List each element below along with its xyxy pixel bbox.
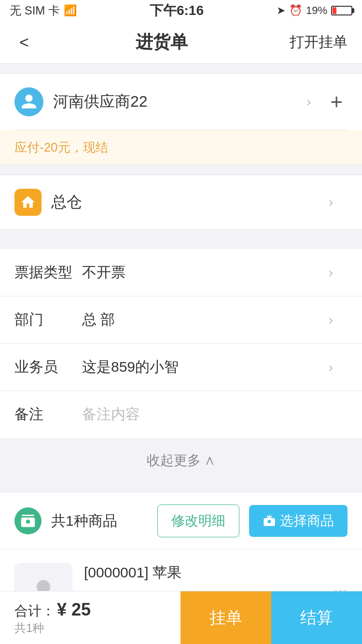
total-sub: 共1种	[14, 620, 166, 636]
salesperson-chevron-icon: ›	[329, 360, 333, 375]
remark-value: 备注内容	[82, 405, 348, 424]
product-icon-bg	[14, 507, 42, 534]
supplier-row[interactable]: 河南供应商22 › +	[0, 74, 362, 130]
supplier-notice: 应付-20元，现结	[0, 130, 362, 165]
warehouse-chevron-icon: ›	[329, 195, 333, 210]
settle-button[interactable]: 结算	[271, 591, 362, 644]
battery-text: 19%	[306, 4, 327, 17]
salesperson-value: 这是859的小智	[82, 357, 329, 377]
warehouse-row[interactable]: 总仓 ›	[0, 175, 362, 230]
department-chevron-icon: ›	[329, 312, 333, 328]
ticket-type-label: 票据类型	[14, 263, 82, 282]
back-button[interactable]: <	[14, 28, 34, 56]
total-amount: ¥ 25	[57, 600, 91, 620]
bottom-total: 合计： ¥ 25 共1种	[0, 591, 181, 644]
carrier-text: 无 SIM 卡	[10, 3, 60, 18]
department-row[interactable]: 部门 总 部 ›	[0, 296, 362, 344]
salesperson-row[interactable]: 业务员 这是859的小智 ›	[0, 344, 362, 391]
supplier-chevron-icon: ›	[306, 94, 311, 110]
product-code: [0000001] 苹果	[84, 564, 181, 580]
select-product-icon	[263, 514, 276, 528]
divider-3	[0, 483, 362, 493]
salesperson-label: 业务员	[14, 357, 82, 377]
collapse-button[interactable]: 收起更多 ∧	[0, 438, 362, 483]
open-hang-button[interactable]: 打开挂单	[290, 32, 348, 52]
select-product-label: 选择商品	[280, 512, 334, 530]
divider-1	[0, 165, 362, 175]
department-value: 总 部	[82, 310, 329, 330]
supplier-name: 河南供应商22	[53, 91, 306, 112]
product-count: 共1种商品	[51, 511, 148, 531]
nav-bar: < 进货单 打开挂单	[0, 21, 362, 64]
status-carrier: 无 SIM 卡 📶	[10, 3, 77, 18]
status-bar: 无 SIM 卡 📶 下午6:16 ➤ ⏰ 19%	[0, 0, 362, 21]
location-icon: ➤	[277, 4, 285, 17]
product-header: 共1种商品 修改明细 选择商品	[0, 493, 362, 549]
status-right: ➤ ⏰ 19%	[277, 4, 352, 17]
ticket-type-row[interactable]: 票据类型 不开票 ›	[0, 249, 362, 296]
remark-label: 备注	[14, 405, 82, 424]
ticket-type-value: 不开票	[82, 263, 329, 282]
supplier-section: 河南供应商22 › + 应付-20元，现结	[0, 73, 362, 165]
divider-2	[0, 230, 362, 239]
collapse-label: 收起更多 ∧	[147, 451, 216, 470]
wifi-icon: 📶	[64, 4, 77, 17]
warehouse-icon	[20, 194, 36, 210]
supplier-avatar	[14, 87, 43, 116]
remark-row[interactable]: 备注 备注内容	[0, 391, 362, 438]
ticket-type-chevron-icon: ›	[329, 265, 333, 280]
warehouse-icon-bg	[14, 189, 42, 216]
form-section: 票据类型 不开票 › 部门 总 部 › 业务员 这是859的小智 › 备注 备注…	[0, 249, 362, 438]
warehouse-name: 总仓	[51, 192, 329, 213]
status-time: 下午6:16	[150, 1, 204, 20]
divider-top	[0, 64, 362, 73]
total-label: 合计：	[14, 602, 55, 620]
bottom-bar: 合计： ¥ 25 共1种 挂单 结算	[0, 591, 362, 644]
add-button[interactable]: +	[325, 90, 348, 114]
product-icon	[20, 513, 36, 529]
select-product-button[interactable]: 选择商品	[249, 505, 348, 537]
hang-button[interactable]: 挂单	[181, 591, 271, 644]
battery-icon	[331, 6, 352, 15]
page-title: 进货单	[136, 30, 188, 54]
alarm-icon: ⏰	[289, 4, 302, 17]
product-name: [0000001] 苹果	[84, 563, 322, 583]
edit-detail-button[interactable]: 修改明细	[157, 504, 239, 537]
person-icon	[20, 93, 38, 111]
department-label: 部门	[14, 310, 82, 330]
